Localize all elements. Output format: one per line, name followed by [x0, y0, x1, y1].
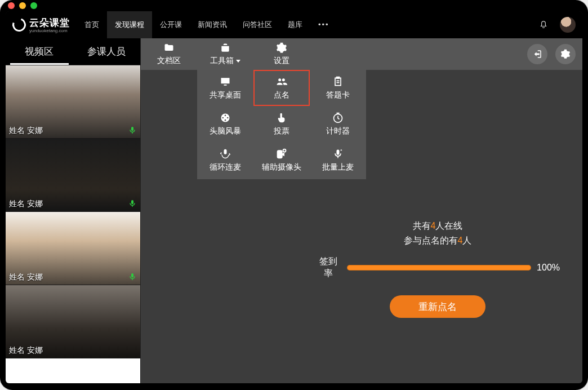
minimize-window-icon[interactable] — [19, 2, 26, 9]
toolbox-panel: 共享桌面 点名 答题卡 头 — [197, 70, 366, 179]
body-split: 视频区 参课人员 姓名 安娜 姓名 安娜 姓名 安娜 — [6, 38, 582, 383]
mic-active-icon — [128, 126, 137, 135]
participated-suffix: 人 — [462, 236, 471, 245]
participant-name: 姓名 安娜 — [6, 197, 46, 211]
tool-batch-mic[interactable]: 批量上麦 — [310, 142, 366, 178]
nav-items: 首页 发现课程 公开课 新闻资讯 问答社区 题库 ••• — [77, 11, 337, 38]
tool-label: 共享桌面 — [210, 90, 241, 100]
tool-label: 辅助摄像头 — [262, 162, 301, 172]
nav-item-home[interactable]: 首页 — [77, 11, 107, 38]
sidebar-tabs: 视频区 参课人员 — [6, 38, 140, 65]
recall-button[interactable]: 重新点名 — [390, 295, 485, 318]
brand-sub: yunduoketang.com — [29, 28, 70, 33]
video-cell[interactable]: 姓名 安娜 — [6, 139, 140, 212]
nav-item-qa[interactable]: 问答社区 — [235, 11, 280, 38]
top-right — [538, 17, 576, 33]
tool-roll-call[interactable]: 点名 — [253, 70, 310, 106]
clipboard-icon — [332, 76, 344, 87]
film-reel-icon — [219, 112, 231, 123]
tool-vote[interactable]: 投票 — [253, 106, 310, 142]
sub-toolbar-right — [527, 44, 582, 64]
window-frame: 云朵课堂 yunduoketang.com 首页 发现课程 公开课 新闻资讯 问… — [0, 0, 588, 390]
mic-up-icon — [332, 148, 344, 159]
video-cell[interactable]: 姓名 安娜 — [6, 212, 140, 285]
brand-logo[interactable]: 云朵课堂 yunduoketang.com — [12, 16, 70, 33]
toolbox-label: 工具箱 — [210, 56, 234, 66]
sidebar-tab-participants[interactable]: 参课人员 — [73, 38, 141, 65]
tool-label: 循环连麦 — [210, 162, 241, 172]
tool-label: 答题卡 — [326, 90, 350, 100]
gear-icon — [560, 49, 571, 59]
progress-bar — [347, 265, 531, 271]
tool-timer[interactable]: 计时器 — [310, 106, 366, 142]
participated-line: 参与点名的有4人 — [315, 233, 560, 248]
online-prefix: 共有 — [413, 221, 431, 231]
sidebar: 视频区 参课人员 姓名 安娜 姓名 安娜 姓名 安娜 — [6, 38, 141, 383]
participated-prefix: 参与点名的有 — [404, 236, 458, 245]
tool-label: 点名 — [274, 90, 289, 100]
screen-share-icon — [219, 76, 231, 87]
settings-label: 设置 — [274, 56, 289, 66]
tool-label: 计时器 — [326, 126, 350, 136]
clock-icon — [332, 112, 344, 123]
user-avatar[interactable] — [560, 17, 576, 33]
rate-label: 签到率 — [315, 256, 341, 280]
tool-cycle-mic[interactable]: 循环连麦 — [197, 142, 253, 178]
gear-icon — [275, 42, 288, 54]
video-cell-empty — [6, 358, 140, 383]
docs-tab[interactable]: 文档区 — [141, 38, 197, 70]
svg-point-4 — [225, 119, 226, 121]
online-line: 共有4人在线 — [315, 219, 560, 233]
tool-aux-camera[interactable]: 辅助摄像头 — [253, 142, 310, 178]
nav-item-news[interactable]: 新闻资讯 — [190, 11, 235, 38]
people-icon — [275, 76, 288, 87]
nav-item-question-bank[interactable]: 题库 — [280, 11, 310, 38]
online-suffix: 人在线 — [435, 221, 462, 231]
tool-share-desktop[interactable]: 共享桌面 — [197, 70, 253, 106]
progress-row: 签到率 100% — [315, 256, 560, 280]
touch-icon — [275, 112, 288, 123]
exit-icon — [532, 49, 542, 59]
nav-item-discover[interactable]: 发现课程 — [107, 11, 152, 38]
close-window-icon[interactable] — [8, 2, 15, 9]
settings-tab[interactable]: 设置 — [253, 38, 310, 70]
chevron-down-icon — [236, 60, 240, 63]
mic-active-icon — [128, 272, 137, 281]
attendance-panel: 共有4人在线 参与点名的有4人 签到率 100% 重新点名 — [315, 219, 560, 318]
sub-toolbar: 文档区 工具箱 设置 — [141, 38, 582, 70]
svg-point-2 — [222, 117, 224, 118]
tool-label: 批量上麦 — [322, 162, 354, 172]
participant-name: 姓名 安娜 — [6, 123, 46, 138]
participant-videos: 姓名 安娜 姓名 安娜 姓名 安娜 姓名 安娜 — [6, 65, 140, 383]
cycle-mic-icon — [219, 148, 231, 159]
nav-item-open-course[interactable]: 公开课 — [152, 11, 190, 38]
settings-button[interactable] — [555, 44, 576, 64]
tool-answer-card[interactable]: 答题卡 — [310, 70, 366, 106]
tool-label: 头脑风暴 — [210, 126, 241, 136]
participant-name: 姓名 安娜 — [6, 270, 46, 285]
video-cell[interactable]: 姓名 安娜 — [6, 65, 140, 139]
maximize-window-icon[interactable] — [30, 2, 37, 9]
app-shell: 云朵课堂 yunduoketang.com 首页 发现课程 公开课 新闻资讯 问… — [6, 11, 582, 383]
svg-point-1 — [225, 114, 226, 116]
folder-icon — [163, 42, 175, 54]
docs-label: 文档区 — [157, 56, 181, 66]
top-nav: 云朵课堂 yunduoketang.com 首页 发现课程 公开课 新闻资讯 问… — [6, 11, 582, 38]
rate-percent: 100% — [537, 263, 560, 273]
tool-label: 投票 — [274, 126, 289, 136]
toolbox-icon — [219, 42, 231, 54]
nav-item-more[interactable]: ••• — [310, 11, 337, 38]
toolbox-tab[interactable]: 工具箱 — [197, 38, 253, 70]
mic-active-icon — [128, 199, 137, 208]
sidebar-tab-video[interactable]: 视频区 — [6, 38, 73, 65]
brand-name: 云朵课堂 — [29, 16, 70, 29]
svg-point-3 — [227, 117, 229, 118]
video-cell[interactable]: 姓名 安娜 — [6, 285, 140, 358]
participant-name: 姓名 安娜 — [6, 343, 46, 358]
tool-brainstorm[interactable]: 头脑风暴 — [197, 106, 253, 142]
bell-icon[interactable] — [538, 19, 549, 31]
mac-titlebar — [0, 0, 588, 11]
main-panel: 文档区 工具箱 设置 — [141, 38, 582, 383]
exit-button[interactable] — [527, 44, 547, 64]
cloud-icon — [10, 16, 28, 34]
